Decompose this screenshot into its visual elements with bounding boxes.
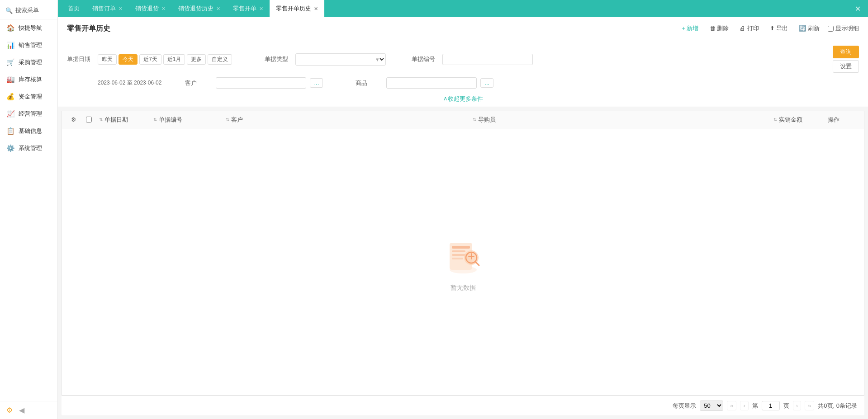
prev-page-btn[interactable]: ‹ bbox=[740, 401, 748, 410]
col-checkbox[interactable] bbox=[82, 117, 95, 122]
sidebar-search[interactable]: 🔍 搜索采单 bbox=[0, 0, 57, 19]
sidebar-label-sys-mgmt: 系统管理 bbox=[19, 144, 42, 152]
col-action-label: 操作 bbox=[828, 116, 840, 124]
tab-label-home: 首页 bbox=[68, 5, 80, 13]
tab-home[interactable]: 首页 bbox=[62, 0, 86, 17]
sidebar-item-quick-nav[interactable]: 🏠快捷导航 bbox=[0, 19, 57, 37]
content: 零售开单历史 + 新增 🗑 删除 🖨 打印 ⬆ 导出 🔄 刷新 显示明细 单据日… bbox=[58, 17, 868, 419]
search-icon: 🔍 bbox=[5, 7, 13, 14]
first-page-btn[interactable]: « bbox=[727, 401, 736, 410]
sidebar-item-sales-mgmt[interactable]: 📊销售管理 bbox=[0, 37, 57, 54]
col-num-label: 单据编号 bbox=[159, 116, 182, 124]
date-filter-section: 单据日期 昨天今天近7天近1月更多自定义 bbox=[67, 54, 232, 65]
sidebar-label-purchase-mgmt: 采购管理 bbox=[19, 58, 42, 66]
col-date-sort-icon[interactable]: ⇅ bbox=[99, 117, 103, 122]
svg-line-8 bbox=[475, 262, 479, 265]
delete-button[interactable]: 🗑 删除 bbox=[707, 23, 732, 34]
collapse-more-btn[interactable]: ∧ 收起更多条件 bbox=[67, 93, 859, 103]
settings-footer-icon[interactable]: ⚙ bbox=[6, 406, 13, 414]
svg-rect-2 bbox=[452, 246, 470, 249]
collapse-icon[interactable]: ◀ bbox=[19, 406, 24, 414]
tab-close-sales-return-history[interactable]: ✕ bbox=[216, 6, 220, 12]
per-page-select[interactable]: 50 10 20 100 bbox=[700, 400, 723, 411]
close-all-button[interactable]: ✕ bbox=[851, 5, 864, 13]
date-btn-more[interactable]: 更多 bbox=[187, 54, 206, 65]
tab-sales-return-history[interactable]: 销货退货历史✕ bbox=[172, 0, 227, 17]
page-title: 零售开单历史 bbox=[67, 24, 110, 33]
customer-input[interactable] bbox=[216, 77, 306, 89]
total-text: 共0页, 0条记录 bbox=[818, 402, 857, 410]
date-btn-last7[interactable]: 近7天 bbox=[139, 54, 161, 65]
col-num-sort-icon[interactable]: ⇅ bbox=[153, 117, 157, 122]
page-label: 页 bbox=[783, 402, 789, 410]
customer-ellipsis-btn[interactable]: ... bbox=[310, 78, 323, 88]
next-page-btn[interactable]: › bbox=[793, 401, 801, 410]
col-customer-label: 客户 bbox=[231, 116, 243, 124]
date-filter-label: 单据日期 bbox=[67, 55, 94, 63]
col-amount-sort-icon[interactable]: ⇅ bbox=[773, 117, 777, 122]
tab-label-sales-return: 销货退货 bbox=[135, 5, 159, 13]
order-type-section: 单据类型 ▾ bbox=[265, 53, 379, 66]
settings-button[interactable]: 设置 bbox=[833, 60, 859, 73]
tab-sales-order[interactable]: 销售订单✕ bbox=[86, 0, 129, 17]
sidebar-item-inventory[interactable]: 🏭库存核算 bbox=[0, 71, 57, 88]
date-btn-last1m[interactable]: 近1月 bbox=[163, 54, 185, 65]
date-btn-today[interactable]: 今天 bbox=[119, 54, 138, 65]
sidebar-icon-finance: 💰 bbox=[6, 93, 15, 101]
col-guide-sort-icon[interactable]: ⇅ bbox=[473, 117, 476, 122]
tab-close-sales-return[interactable]: ✕ bbox=[161, 6, 166, 12]
tab-sales-return[interactable]: 销货退货✕ bbox=[129, 0, 172, 17]
col-customer-sort-icon[interactable]: ⇅ bbox=[226, 117, 229, 122]
page-label-pre: 第 bbox=[752, 402, 758, 410]
goods-input[interactable] bbox=[386, 77, 477, 89]
sidebar-item-sys-mgmt[interactable]: ⚙️系统管理 bbox=[0, 140, 57, 157]
display-detail-checkbox[interactable]: 显示明细 bbox=[828, 24, 859, 33]
sidebar-label-sales-mgmt: 销售管理 bbox=[19, 41, 42, 49]
sidebar-label-quick-nav: 快捷导航 bbox=[19, 24, 42, 32]
date-btn-yesterday[interactable]: 昨天 bbox=[98, 54, 117, 65]
tab-close-retail-open[interactable]: ✕ bbox=[259, 6, 263, 12]
filter-area: 单据日期 昨天今天近7天近1月更多自定义 单据类型 ▾ 单据编号 bbox=[58, 40, 868, 107]
order-num-label: 单据编号 bbox=[412, 55, 439, 63]
display-detail-check[interactable] bbox=[828, 26, 834, 32]
sidebar-label-basic-info: 基础信息 bbox=[19, 127, 42, 135]
select-all-checkbox[interactable] bbox=[86, 117, 92, 122]
last-page-btn[interactable]: » bbox=[805, 401, 814, 410]
tab-close-sales-order[interactable]: ✕ bbox=[119, 6, 123, 12]
col-guide: ⇅ 导购员 bbox=[469, 116, 523, 124]
order-type-select[interactable] bbox=[295, 53, 386, 66]
tab-label-retail-open-history: 零售开单历史 bbox=[276, 5, 311, 13]
add-button[interactable]: + 新增 bbox=[679, 23, 701, 34]
sidebar-item-basic-info[interactable]: 📋基础信息 bbox=[0, 122, 57, 140]
sidebar-icon-purchase-mgmt: 🛒 bbox=[6, 58, 15, 66]
sidebar-icon-basic-info: 📋 bbox=[6, 127, 15, 135]
col-amount: ⇅ 实销金额 bbox=[770, 116, 824, 124]
svg-rect-3 bbox=[452, 250, 465, 252]
sidebar-icon-inventory: 🏭 bbox=[6, 75, 15, 84]
col-action: 操作 bbox=[824, 116, 860, 124]
sidebar-item-operation[interactable]: 📈经营管理 bbox=[0, 105, 57, 122]
tab-retail-open[interactable]: 零售开单✕ bbox=[227, 0, 270, 17]
col-customer: ⇅ 客户 bbox=[222, 116, 469, 124]
column-settings-icon[interactable]: ⚙ bbox=[71, 116, 76, 123]
goods-ellipsis-btn[interactable]: ... bbox=[480, 78, 493, 88]
export-button[interactable]: ⬆ 导出 bbox=[767, 23, 791, 34]
col-settings[interactable]: ⚙ bbox=[66, 116, 82, 123]
empty-state: 暂无数据 bbox=[62, 128, 864, 395]
pagination: 每页显示 50 10 20 100 « ‹ 第 页 › » 共0页, 0条记录 bbox=[62, 395, 864, 415]
sidebar-item-purchase-mgmt[interactable]: 🛒采购管理 bbox=[0, 54, 57, 71]
tab-close-retail-open-history[interactable]: ✕ bbox=[314, 6, 318, 12]
query-button[interactable]: 查询 bbox=[833, 46, 859, 58]
sidebar-item-finance[interactable]: 💰资金管理 bbox=[0, 88, 57, 105]
goods-section: 商品 ... bbox=[356, 77, 493, 89]
refresh-button[interactable]: 🔄 刷新 bbox=[796, 23, 822, 34]
print-button[interactable]: 🖨 打印 bbox=[737, 23, 762, 34]
current-page-input[interactable] bbox=[762, 401, 780, 410]
sidebar-label-inventory: 库存核算 bbox=[19, 75, 42, 84]
order-num-input[interactable] bbox=[442, 54, 533, 65]
col-date: ⇅ 单据日期 bbox=[95, 116, 150, 124]
date-btn-custom[interactable]: 自定义 bbox=[208, 54, 232, 65]
tab-retail-open-history[interactable]: 零售开单历史✕ bbox=[270, 0, 324, 17]
per-page-label: 每页显示 bbox=[673, 402, 696, 410]
tab-label-sales-order: 销售订单 bbox=[92, 5, 116, 13]
